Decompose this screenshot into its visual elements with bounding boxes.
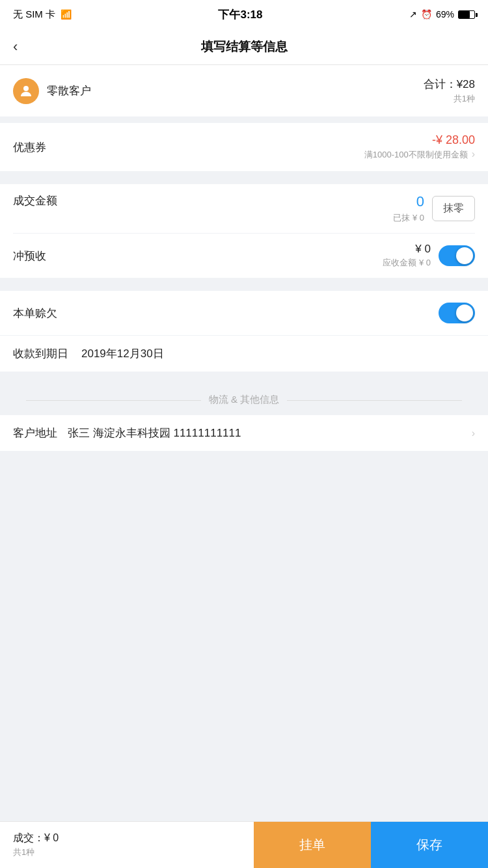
page-title: 填写结算等信息 (201, 38, 288, 55)
address-value: 张三 海淀永丰科技园 11111111111 (68, 426, 241, 441)
address-card: 客户地址 张三 海淀永丰科技园 11111111111 › (0, 415, 488, 451)
customer-left: 零散客户 (13, 78, 91, 104)
battery-percent: 69% (436, 9, 454, 20)
section-separator-3 (0, 378, 488, 385)
back-button[interactable]: ‹ (13, 38, 18, 55)
total-count: 共1种 (424, 93, 475, 105)
debt-toggle-knob (456, 305, 473, 321)
prereceive-sub: 应收金额 ¥ 0 (383, 257, 431, 269)
round-zero-button[interactable]: 抹零 (432, 196, 475, 221)
prereceive-main: ¥ 0 (383, 243, 431, 256)
bottom-deal-label: 成交： (13, 832, 44, 843)
bottom-count: 共1种 (13, 847, 241, 858)
address-chevron-icon: › (472, 427, 475, 439)
debt-toggle[interactable] (439, 303, 475, 323)
coupon-label: 优惠券 (13, 140, 46, 155)
debt-row: 本单赊欠 (0, 291, 488, 335)
prereceive-amounts: ¥ 0 应收金额 ¥ 0 (383, 243, 431, 269)
prereceive-row: 冲预收 ¥ 0 应收金额 ¥ 0 (0, 234, 488, 278)
deal-value-wrap: 0 已抹 ¥ 0 (393, 193, 424, 224)
deal-sub: 已抹 ¥ 0 (393, 212, 424, 224)
hold-order-button[interactable]: 挂单 (254, 822, 371, 868)
coupon-amount: -¥ 28.00 (364, 133, 475, 147)
due-date-label: 收款到期日 (13, 346, 68, 361)
section-separator-1 (0, 178, 488, 184)
deal-amount-label: 成交金额 (13, 193, 57, 208)
customer-name: 零散客户 (47, 83, 91, 98)
avatar (13, 78, 39, 104)
deal-amount-right: 0 已抹 ¥ 0 抹零 (393, 193, 475, 224)
prereceive-right: ¥ 0 应收金额 ¥ 0 (383, 243, 475, 269)
address-row[interactable]: 客户地址 张三 海淀永丰科技园 11111111111 › (0, 415, 488, 451)
coupon-card: 优惠券 -¥ 28.00 满1000-100不限制使用金额 › (0, 123, 488, 171)
section-header-text: 物流 & 其他信息 (201, 394, 287, 406)
status-left: 无 SIM 卡 📶 (13, 8, 72, 21)
status-time: 下午3:18 (218, 7, 262, 22)
nav-bar: ‹ 填写结算等信息 (0, 29, 488, 65)
logistics-section-header: 物流 & 其他信息 (0, 385, 488, 415)
svg-point-0 (23, 86, 29, 91)
deal-amount-card: 成交金额 0 已抹 ¥ 0 抹零 冲预收 ¥ 0 应收金额 ¥ 0 (0, 184, 488, 278)
due-date-value[interactable]: 2019年12月30日 (81, 346, 164, 361)
no-sim-label: 无 SIM 卡 (13, 8, 55, 21)
debt-card: 本单赊欠 收款到期日 2019年12月30日 (0, 291, 488, 372)
address-left: 客户地址 张三 海淀永丰科技园 11111111111 (13, 426, 241, 441)
bottom-deal-amount: 成交：¥ 0 (13, 832, 241, 845)
due-date-row: 收款到期日 2019年12月30日 (0, 335, 488, 372)
location-icon: ↗ (409, 9, 417, 20)
chevron-right-icon: › (472, 148, 475, 160)
prereceive-label: 冲预收 (13, 249, 46, 264)
total-amount: 合计：¥28 (424, 77, 475, 92)
debt-label: 本单赊欠 (13, 306, 57, 321)
coupon-row[interactable]: 优惠券 -¥ 28.00 满1000-100不限制使用金额 › (0, 123, 488, 171)
status-right: ↗ ⏰ 69% (409, 9, 475, 20)
wifi-icon: 📶 (61, 9, 72, 20)
status-bar: 无 SIM 卡 📶 下午3:18 ↗ ⏰ 69% (0, 0, 488, 29)
battery-icon (458, 10, 475, 19)
section-separator-2 (0, 284, 488, 291)
save-button[interactable]: 保存 (371, 822, 488, 868)
customer-row: 零散客户 合计：¥28 共1种 (0, 65, 488, 116)
toggle-knob (456, 247, 473, 264)
address-label: 客户地址 (13, 426, 57, 441)
alarm-icon: ⏰ (421, 9, 432, 20)
deal-value: 0 (393, 193, 424, 210)
bottom-bar: 成交：¥ 0 共1种 挂单 保存 (0, 821, 488, 868)
coupon-desc: 满1000-100不限制使用金额 (364, 149, 468, 161)
bottom-summary: 成交：¥ 0 共1种 (0, 832, 254, 858)
customer-card: 零散客户 合计：¥28 共1种 (0, 65, 488, 116)
bottom-actions: 挂单 保存 (254, 822, 488, 868)
content: 零散客户 合计：¥28 共1种 优惠券 -¥ 28.00 满1000-100不限… (0, 65, 488, 509)
coupon-right: -¥ 28.00 满1000-100不限制使用金额 › (364, 133, 475, 161)
deal-amount-row: 成交金额 0 已抹 ¥ 0 抹零 (0, 184, 488, 233)
customer-right: 合计：¥28 共1种 (424, 77, 475, 105)
bottom-deal-value: ¥ 0 (44, 832, 59, 843)
prereceive-toggle[interactable] (439, 245, 475, 266)
